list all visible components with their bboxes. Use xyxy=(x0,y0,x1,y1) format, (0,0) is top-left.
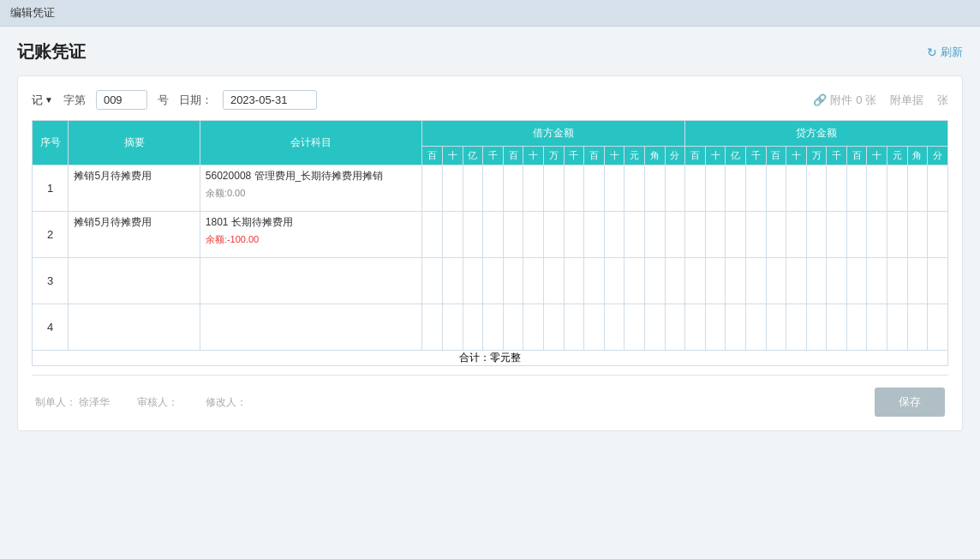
credit-digit-0-12[interactable] xyxy=(928,165,948,212)
credit-digit-3-5[interactable] xyxy=(786,304,807,351)
cell-summary-3[interactable] xyxy=(69,304,200,351)
debit-digit-0-6[interactable] xyxy=(543,165,564,212)
debit-digit-3-6[interactable] xyxy=(543,304,564,351)
cell-account-1[interactable]: 1801 长期待摊费用余额:-100.00 xyxy=(200,212,422,258)
credit-digit-0-5[interactable] xyxy=(786,165,807,212)
credit-digit-3-4[interactable] xyxy=(766,304,786,351)
debit-digit-3-0[interactable] xyxy=(422,304,443,351)
credit-digit-2-6[interactable] xyxy=(806,258,827,304)
credit-digit-3-2[interactable] xyxy=(726,304,746,351)
debit-digit-1-8[interactable] xyxy=(584,212,605,258)
cell-account-3[interactable] xyxy=(200,304,422,351)
credit-digit-1-11[interactable] xyxy=(907,212,928,258)
debit-digit-3-12[interactable] xyxy=(665,304,685,351)
credit-digit-3-9[interactable] xyxy=(867,304,887,351)
debit-digit-1-1[interactable] xyxy=(443,212,463,258)
debit-digit-2-3[interactable] xyxy=(483,258,504,304)
credit-digit-2-12[interactable] xyxy=(928,258,948,304)
debit-digit-2-8[interactable] xyxy=(584,258,605,304)
credit-digit-1-10[interactable] xyxy=(887,212,908,258)
debit-digit-0-1[interactable] xyxy=(443,165,463,212)
debit-digit-0-8[interactable] xyxy=(584,165,605,212)
credit-digit-2-11[interactable] xyxy=(907,258,928,304)
credit-digit-0-11[interactable] xyxy=(907,165,928,212)
debit-digit-3-10[interactable] xyxy=(624,304,645,351)
debit-digit-1-2[interactable] xyxy=(463,212,483,258)
debit-digit-2-5[interactable] xyxy=(523,258,544,304)
credit-digit-1-12[interactable] xyxy=(928,212,948,258)
refresh-button[interactable]: ↻ 刷新 xyxy=(927,45,963,60)
debit-digit-3-2[interactable] xyxy=(463,304,483,351)
credit-digit-3-0[interactable] xyxy=(685,304,706,351)
debit-digit-1-5[interactable] xyxy=(523,212,544,258)
cell-summary-2[interactable] xyxy=(69,258,200,304)
credit-digit-3-12[interactable] xyxy=(928,304,948,351)
debit-digit-2-12[interactable] xyxy=(665,258,685,304)
save-button[interactable]: 保存 xyxy=(875,388,945,417)
debit-digit-3-5[interactable] xyxy=(523,304,544,351)
debit-digit-2-9[interactable] xyxy=(604,258,624,304)
debit-digit-2-11[interactable] xyxy=(644,258,665,304)
cell-account-0[interactable]: 56020008 管理费用_长期待摊费用摊销余额:0.00 xyxy=(200,165,422,212)
debit-digit-1-12[interactable] xyxy=(665,212,685,258)
credit-digit-3-10[interactable] xyxy=(887,304,908,351)
debit-digit-0-2[interactable] xyxy=(463,165,483,212)
credit-digit-3-6[interactable] xyxy=(806,304,827,351)
attach-link[interactable]: 🔗 附件 0 张 xyxy=(813,93,876,108)
credit-digit-3-8[interactable] xyxy=(846,304,867,351)
debit-digit-0-3[interactable] xyxy=(483,165,504,212)
credit-digit-1-7[interactable] xyxy=(827,212,847,258)
cell-seq-0[interactable]: 1 xyxy=(33,165,69,212)
voucher-date-input[interactable] xyxy=(223,90,317,110)
cell-seq-1[interactable]: 2 xyxy=(33,212,69,258)
credit-digit-0-10[interactable] xyxy=(887,165,908,212)
debit-digit-3-7[interactable] xyxy=(564,304,584,351)
debit-digit-2-2[interactable] xyxy=(463,258,483,304)
debit-digit-0-11[interactable] xyxy=(644,165,665,212)
credit-digit-0-8[interactable] xyxy=(846,165,867,212)
credit-digit-2-7[interactable] xyxy=(827,258,847,304)
credit-digit-2-4[interactable] xyxy=(766,258,786,304)
cell-seq-2[interactable]: 3 xyxy=(33,258,69,304)
debit-digit-3-3[interactable] xyxy=(483,304,504,351)
voucher-number-input[interactable] xyxy=(96,90,147,110)
credit-digit-1-1[interactable] xyxy=(705,212,726,258)
debit-digit-3-1[interactable] xyxy=(443,304,463,351)
credit-digit-2-3[interactable] xyxy=(745,258,766,304)
credit-digit-3-3[interactable] xyxy=(745,304,766,351)
credit-digit-1-8[interactable] xyxy=(846,212,867,258)
credit-digit-2-8[interactable] xyxy=(846,258,867,304)
credit-digit-2-9[interactable] xyxy=(867,258,887,304)
credit-digit-1-0[interactable] xyxy=(685,212,706,258)
debit-digit-0-0[interactable] xyxy=(422,165,443,212)
debit-digit-1-6[interactable] xyxy=(543,212,564,258)
credit-digit-2-10[interactable] xyxy=(887,258,908,304)
debit-digit-2-0[interactable] xyxy=(422,258,443,304)
cell-seq-3[interactable]: 4 xyxy=(33,304,69,351)
credit-digit-3-11[interactable] xyxy=(907,304,928,351)
debit-digit-1-9[interactable] xyxy=(604,212,624,258)
voucher-type-selector[interactable]: 记 ▼ xyxy=(32,93,53,108)
debit-digit-1-10[interactable] xyxy=(624,212,645,258)
debit-digit-0-4[interactable] xyxy=(503,165,523,212)
credit-digit-0-1[interactable] xyxy=(705,165,726,212)
credit-digit-3-7[interactable] xyxy=(827,304,847,351)
credit-digit-3-1[interactable] xyxy=(705,304,726,351)
credit-digit-2-1[interactable] xyxy=(705,258,726,304)
debit-digit-2-4[interactable] xyxy=(503,258,523,304)
debit-digit-1-7[interactable] xyxy=(564,212,584,258)
debit-digit-0-12[interactable] xyxy=(665,165,685,212)
credit-digit-0-3[interactable] xyxy=(745,165,766,212)
credit-digit-1-5[interactable] xyxy=(786,212,807,258)
credit-digit-1-6[interactable] xyxy=(806,212,827,258)
credit-digit-2-5[interactable] xyxy=(786,258,807,304)
credit-digit-1-9[interactable] xyxy=(867,212,887,258)
cell-summary-1[interactable]: 摊销5月待摊费用 xyxy=(69,212,200,258)
debit-digit-1-0[interactable] xyxy=(422,212,443,258)
debit-digit-2-10[interactable] xyxy=(624,258,645,304)
credit-digit-0-0[interactable] xyxy=(685,165,706,212)
credit-digit-1-2[interactable] xyxy=(726,212,746,258)
debit-digit-0-7[interactable] xyxy=(564,165,584,212)
credit-digit-0-6[interactable] xyxy=(806,165,827,212)
credit-digit-1-3[interactable] xyxy=(745,212,766,258)
